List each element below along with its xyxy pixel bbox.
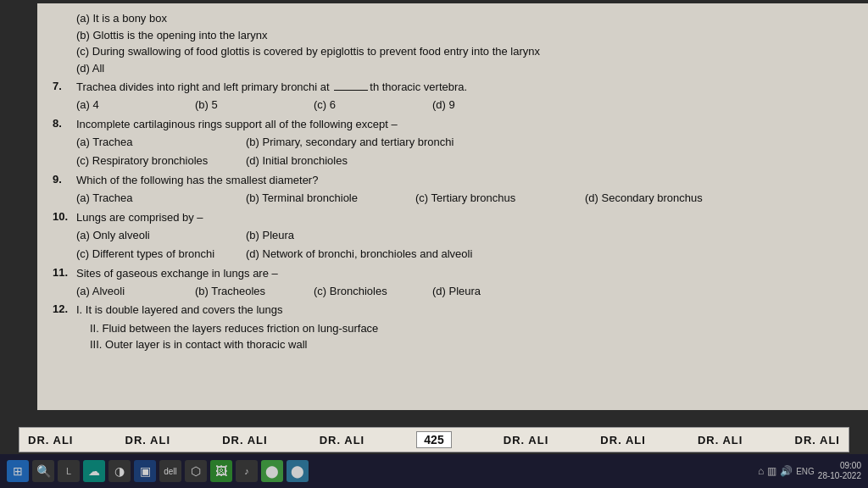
q6-block: (a) It is a bony box (b) Glottis is the … xyxy=(53,10,853,76)
q6-opt-c: (c) During swallowing of food glottis is… xyxy=(76,43,853,60)
footer-label-1: DR. ALI xyxy=(28,434,73,446)
q12-text: I. It is double layered and covers the l… xyxy=(76,302,283,318)
footer-label-6: DR. ALI xyxy=(600,434,645,446)
photos-icon[interactable]: 🖼 xyxy=(210,460,232,482)
q7-block: 7. Trachea divides into right and left p… xyxy=(53,80,853,114)
q11-options: (a) Alveoli (b) Tracheoles (c) Bronchiol… xyxy=(76,283,853,300)
q7-number: 7. xyxy=(53,80,76,92)
taskbar-right: ⌂ ▥ 🔊 ENG 09:00 28-10-2022 xyxy=(758,461,861,481)
q9-block: 9. Which of the following has the smalle… xyxy=(53,173,853,207)
green-icon[interactable]: ⬤ xyxy=(287,460,309,482)
q10-opt-a: (a) Only alveoli xyxy=(76,227,246,244)
q8-opt-c: (c) Respiratory bronchioles xyxy=(76,152,246,169)
footer-label-4: DR. ALI xyxy=(320,434,364,446)
q7-opt-c: (c) 6 xyxy=(314,97,432,114)
q8-opt-b: (b) Primary, secondary and tertiary bron… xyxy=(246,134,517,151)
lang-icon: ENG xyxy=(796,467,815,476)
q11-opt-d: (d) Pleura xyxy=(432,283,551,300)
q7-blank xyxy=(334,90,368,91)
footer-label-8: DR. ALI xyxy=(795,434,840,446)
volume-icon: 🔊 xyxy=(780,465,793,477)
q8-number: 8. xyxy=(53,117,76,130)
q7-options: (a) 4 (b) 5 (c) 6 (d) 9 xyxy=(76,97,853,114)
q12-item-1: II. Fluid between the layers reduces fri… xyxy=(90,320,853,337)
q11-opt-a: (a) Alveoli xyxy=(76,283,195,300)
q8-opt-d: (d) Initial bronchioles xyxy=(246,152,517,169)
taskview-icon[interactable]: L xyxy=(58,460,80,482)
q10-opt-d: (d) Network of bronchi, bronchioles and … xyxy=(246,246,517,263)
q11-opt-b: (b) Tracheoles xyxy=(195,283,314,300)
q10-text: Lungs are comprised by – xyxy=(76,210,203,225)
q9-text: Which of the following has the smallest … xyxy=(76,173,318,188)
q9-number: 9. xyxy=(53,173,76,186)
start-button[interactable]: ⊞ xyxy=(7,460,29,482)
q11-opt-c: (c) Bronchioles xyxy=(314,283,432,300)
q8-line: 8. Incomplete cartilaginous rings suppor… xyxy=(53,117,853,132)
q12-number: 12. xyxy=(53,302,76,315)
q7-text: Trachea divides into right and left prim… xyxy=(76,80,467,95)
q8-block: 8. Incomplete cartilaginous rings suppor… xyxy=(53,117,853,169)
q12-line: 12. I. It is double layered and covers t… xyxy=(53,302,853,318)
q10-block: 10. Lungs are comprised by – (a) Only al… xyxy=(53,210,853,263)
q9-opt-a: (a) Trachea xyxy=(76,190,246,207)
folder-icon[interactable]: ▣ xyxy=(134,460,156,482)
q8-opt-a: (a) Trachea xyxy=(76,134,246,151)
q10-options-2: (c) Different types of bronchi (d) Netwo… xyxy=(76,246,853,263)
q11-line: 11. Sites of gaseous exchange in lungs a… xyxy=(53,266,853,281)
q8-options-2: (c) Respiratory bronchioles (d) Initial … xyxy=(76,152,853,169)
moon-icon[interactable]: ◑ xyxy=(108,460,131,482)
q7-line: 7. Trachea divides into right and left p… xyxy=(53,80,853,95)
q9-opt-b: (b) Terminal bronchiole xyxy=(246,190,415,207)
media-icon[interactable]: ⬤ xyxy=(261,460,283,482)
q10-number: 10. xyxy=(53,210,76,223)
time-display: 09:00 28-10-2022 xyxy=(818,461,861,481)
q9-options: (a) Trachea (b) Terminal bronchiole (c) … xyxy=(76,190,853,207)
wifi-icon: ⌂ xyxy=(758,465,764,477)
browser-icon[interactable]: ☁ xyxy=(83,460,105,482)
main-content: (a) It is a bony box (b) Glottis is the … xyxy=(37,3,868,410)
q6-opt-b: (b) Glottis is the opening into the lary… xyxy=(76,27,853,44)
footer-label-7: DR. ALI xyxy=(698,434,743,446)
q11-text: Sites of gaseous exchange in lungs are – xyxy=(76,266,278,281)
music-icon[interactable]: ♪ xyxy=(236,460,258,482)
footer-label-2: DR. ALI xyxy=(125,434,170,446)
q10-opt-b: (b) Pleura xyxy=(246,227,415,244)
q10-opt-c: (c) Different types of bronchi xyxy=(76,246,246,263)
q6-opt-d: (d) All xyxy=(76,60,853,77)
taskbar: ⊞ 🔍 L ☁ ◑ ▣ dell ⬡ 🖼 ♪ ⬤ ⬤ ⌂ ▥ 🔊 ENG 09:… xyxy=(0,454,868,488)
search-icon[interactable]: 🔍 xyxy=(32,460,54,482)
battery-icon: ▥ xyxy=(767,465,776,477)
q9-opt-c: (c) Tertiary bronchus xyxy=(415,190,585,207)
dell-icon[interactable]: dell xyxy=(159,460,181,482)
q7-opt-d: (d) 9 xyxy=(432,97,551,114)
footer-bar: DR. ALI DR. ALI DR. ALI DR. ALI 425 DR. … xyxy=(19,427,849,452)
footer-label-5: DR. ALI xyxy=(504,434,548,446)
mail-icon[interactable]: ⬡ xyxy=(185,460,207,482)
q7-opt-b: (b) 5 xyxy=(195,97,314,114)
q8-options: (a) Trachea (b) Primary, secondary and t… xyxy=(76,134,853,151)
footer-page: 425 xyxy=(416,431,451,448)
q11-block: 11. Sites of gaseous exchange in lungs a… xyxy=(53,266,853,300)
q10-line: 10. Lungs are comprised by – xyxy=(53,210,853,225)
footer-label-3: DR. ALI xyxy=(222,434,267,446)
date-display: 28-10-2022 xyxy=(818,471,861,481)
q6-opt-a: (a) It is a bony box xyxy=(76,10,853,27)
q12-block: 12. I. It is double layered and covers t… xyxy=(53,302,853,352)
q11-number: 11. xyxy=(53,266,76,279)
q7-opt-a: (a) 4 xyxy=(76,97,195,114)
q9-opt-d: (d) Secondary bronchus xyxy=(585,190,754,207)
clock: 09:00 xyxy=(818,461,861,471)
q10-options-1: (a) Only alveoli (b) Pleura xyxy=(76,227,853,244)
q9-line: 9. Which of the following has the smalle… xyxy=(53,173,853,188)
q12-item-2: III. Outer layer is in contact with thor… xyxy=(90,336,853,353)
q8-text: Incomplete cartilaginous rings support a… xyxy=(76,117,398,132)
